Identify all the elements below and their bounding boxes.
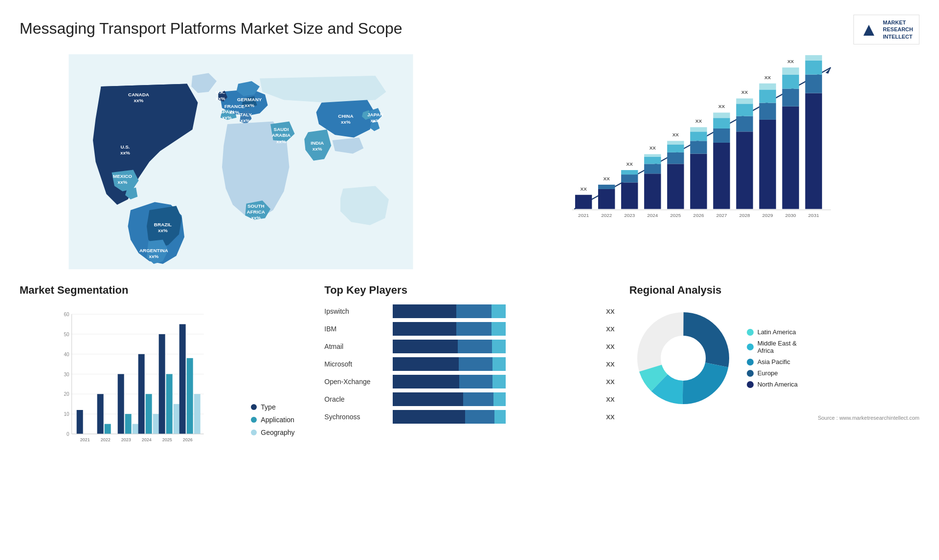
us-label: U.S. xyxy=(120,144,130,150)
svg-text:60: 60 xyxy=(64,312,70,317)
north-america-label: North America xyxy=(758,381,798,388)
svg-text:XX: XX xyxy=(718,104,725,109)
mexico-value: xx% xyxy=(118,179,128,185)
svg-rect-32 xyxy=(736,131,753,209)
growth-bar-svg: XX XX XX XX XX X xyxy=(477,54,919,240)
germany-value: xx% xyxy=(245,103,254,108)
svg-rect-79 xyxy=(77,410,83,434)
india-label: INDIA xyxy=(311,140,324,146)
regional-title: Regional Analysis xyxy=(629,284,919,297)
svg-rect-40 xyxy=(759,84,776,90)
legend-dot-type xyxy=(251,404,257,410)
svg-rect-30 xyxy=(713,112,730,118)
bar-seg2 xyxy=(463,392,493,406)
svg-rect-47 xyxy=(805,93,822,209)
player-name: Ipswitch xyxy=(324,307,388,315)
svg-rect-88 xyxy=(138,354,145,434)
svg-text:XX: XX xyxy=(649,145,656,151)
svg-text:50: 50 xyxy=(64,332,70,337)
player-row: Ipswitch XX xyxy=(324,304,614,318)
svg-text:2021: 2021 xyxy=(578,213,589,218)
svg-rect-5 xyxy=(598,189,615,209)
svg-rect-50 xyxy=(805,55,822,61)
svg-rect-20 xyxy=(667,141,684,144)
svg-rect-89 xyxy=(146,394,152,434)
bar-seg3 xyxy=(492,340,506,353)
svg-rect-85 xyxy=(125,414,132,434)
canada-label: CANADA xyxy=(128,92,149,97)
svg-rect-24 xyxy=(690,131,707,141)
svg-rect-3 xyxy=(575,195,592,209)
player-row: Microsoft XX xyxy=(324,357,614,371)
player-bar xyxy=(393,410,598,424)
segmentation-section: Market Segmentation 01020304050602021202… xyxy=(20,284,310,489)
players-title: Top Key Players xyxy=(324,284,614,297)
saudi-value: xx% xyxy=(276,139,286,144)
bar-seg2 xyxy=(465,410,494,424)
player-name: Open-Xchange xyxy=(324,378,388,386)
bar-seg1 xyxy=(393,392,463,406)
asia-pacific-dot xyxy=(747,359,754,366)
safrica-label: SOUTH xyxy=(247,203,265,209)
players-section: Top Key Players Ipswitch XX IBM XX Atmai… xyxy=(324,284,614,489)
legend-asia-pacific: Asia Pacific xyxy=(747,358,798,366)
player-bar xyxy=(393,392,598,406)
source-text: Source : www.marketresearchintellect.com xyxy=(629,415,919,421)
bar-seg3 xyxy=(492,322,506,336)
bar-seg2 xyxy=(456,322,492,336)
player-value: XX xyxy=(603,325,614,333)
uk-value: xx% xyxy=(216,96,225,101)
svg-text:2030: 2030 xyxy=(785,213,797,218)
legend-type: Type xyxy=(251,403,310,411)
svg-rect-15 xyxy=(644,154,661,156)
europe-dot xyxy=(747,370,754,377)
players-list: Ipswitch XX IBM XX Atmail XX xyxy=(324,304,614,424)
player-value: XX xyxy=(603,343,614,350)
svg-rect-22 xyxy=(690,154,707,209)
svg-rect-92 xyxy=(159,334,165,434)
argentina-value: xx% xyxy=(149,254,158,259)
svg-text:30: 30 xyxy=(64,372,70,377)
svg-text:2024: 2024 xyxy=(142,437,152,442)
svg-rect-84 xyxy=(118,374,124,434)
player-row: Open-Xchange XX xyxy=(324,375,614,388)
svg-text:XX: XX xyxy=(787,59,794,64)
player-value: XX xyxy=(603,308,614,315)
bar-seg2 xyxy=(459,357,492,371)
growth-chart: XX XX XX XX XX X xyxy=(477,54,919,269)
player-name: Sychronoss xyxy=(324,413,388,421)
argentina-label: ARGENTINA xyxy=(139,248,168,253)
bar-seg2 xyxy=(456,304,492,318)
svg-rect-44 xyxy=(782,75,799,89)
player-name: IBM xyxy=(324,325,388,333)
svg-text:2025: 2025 xyxy=(162,437,172,442)
asia-pacific-label: Asia Pacific xyxy=(758,358,790,366)
segmentation-legend: Type Application Geography xyxy=(251,403,310,451)
svg-text:2021: 2021 xyxy=(80,437,90,442)
svg-rect-9 xyxy=(621,174,638,182)
svg-text:XX: XX xyxy=(604,176,610,181)
page-header: Messaging Transport Platforms Market Siz… xyxy=(20,15,919,44)
svg-text:2026: 2026 xyxy=(693,213,704,218)
svg-rect-86 xyxy=(133,424,139,434)
germany-label: GERMANY xyxy=(237,97,262,102)
player-name: Atmail xyxy=(324,343,388,350)
svg-rect-42 xyxy=(782,107,799,209)
player-name: Oracle xyxy=(324,395,388,403)
svg-rect-94 xyxy=(174,404,180,434)
svg-text:XX: XX xyxy=(626,161,633,167)
legend-dot-geography xyxy=(251,430,257,435)
segmentation-title: Market Segmentation xyxy=(20,284,310,297)
donut-svg xyxy=(629,304,737,412)
svg-rect-10 xyxy=(621,170,638,174)
svg-rect-17 xyxy=(667,164,684,209)
svg-rect-48 xyxy=(805,75,822,93)
svg-rect-49 xyxy=(805,61,822,75)
svg-rect-93 xyxy=(166,374,173,434)
svg-rect-23 xyxy=(690,141,707,153)
svg-text:XX: XX xyxy=(581,186,587,192)
china-value: xx% xyxy=(341,119,351,125)
player-name: Microsoft xyxy=(324,360,388,368)
svg-text:10: 10 xyxy=(64,411,70,417)
svg-rect-13 xyxy=(644,164,661,173)
